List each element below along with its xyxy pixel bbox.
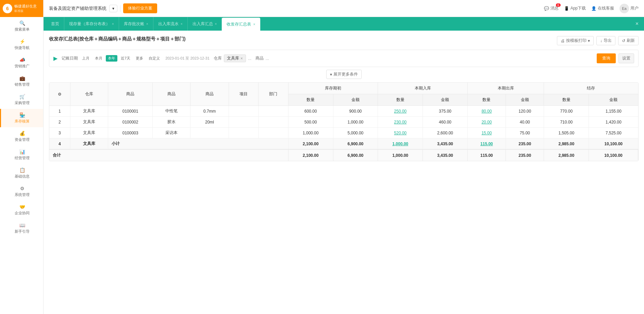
message-item[interactable]: 💬 消息 6 [544, 5, 559, 11]
cell-out-qty[interactable]: 80.00 [467, 106, 506, 117]
cell-open-amt: 1,000.00 [333, 117, 378, 128]
cell-code: 0100003 [108, 128, 153, 138]
th-bal-amt: 金额 [589, 94, 638, 106]
subtotal-in-qty[interactable]: 1,000.00 [378, 138, 423, 150]
cell-warehouse: 文具库 [70, 106, 108, 117]
th-open-amt: 金额 [333, 94, 378, 106]
tab-close-in-out-flow[interactable]: × [181, 22, 183, 26]
footer-bal-qty: 2,985.00 [544, 149, 589, 161]
sidebar-item-basic-info[interactable]: 📋基础信息 [0, 164, 43, 182]
service-icon: 👤 [591, 6, 596, 11]
date-filter-group: 记账日期 上月本月本年近7天更多自定义 2023-01-01 至 2023-12… [62, 55, 210, 62]
tab-close-batch-ledger[interactable]: × [146, 22, 148, 26]
warehouse-tag-close[interactable]: × [241, 56, 243, 61]
sidebar-item-finance[interactable]: 💰资金管理 [0, 127, 43, 146]
cell-name: 胶水 [153, 117, 191, 128]
tab-close-in-out-summary[interactable]: × [215, 22, 217, 26]
date-shortcut-上月[interactable]: 上月 [80, 55, 92, 62]
nav-label-purchase: 采购管理 [15, 100, 30, 105]
tab-in-out-flow[interactable]: 出入库流水× [153, 17, 188, 31]
cell-out-qty[interactable]: 20.00 [467, 117, 506, 128]
app-download-item[interactable]: 📱 App下载 [564, 5, 586, 11]
sidebar-item-purchase[interactable]: 🛒采购管理 [0, 90, 43, 109]
nav-icon-operations: 📊 [19, 149, 25, 154]
cell-in-qty[interactable]: 520.00 [378, 128, 423, 138]
subtotal-bal-qty: 2,985.00 [544, 138, 589, 150]
sidebar-item-system[interactable]: ⚙系统管理 [0, 182, 43, 201]
tab-close-recv-send-summary[interactable]: × [253, 22, 255, 26]
cell-open-qty: 500.00 [288, 117, 333, 128]
cell-bal-amt: 7,525.00 [589, 128, 638, 138]
divider [120, 5, 120, 12]
nav-label-guide: 新手引导 [15, 229, 30, 234]
table-footer-row: 合计 2,100.00 6,900.00 1,000.00 3,435.00 1… [49, 149, 638, 161]
tab-bar-close[interactable]: × [633, 21, 641, 27]
sidebar-item-enterprise[interactable]: 🤝企业协同 [0, 201, 43, 219]
system-title: 装备及固定资产辅助管理系统 [49, 5, 106, 12]
table-row: 1 文具库 0100001 中性笔 0.7mm 600.00 900.00 25… [49, 106, 638, 117]
online-service-item[interactable]: 👤 在线客服 [591, 5, 614, 11]
print-button[interactable]: 🖨 按模板打印 ▾ [557, 36, 594, 45]
nav-label-inventory: 库存核算 [15, 119, 30, 124]
tab-recv-send-summary[interactable]: 收发存汇总表× [222, 18, 260, 31]
subtotal-out-qty[interactable]: 115.00 [467, 138, 506, 150]
filter-actions: 查询 设置 [597, 53, 634, 63]
refresh-button[interactable]: ↺ 刷新 [618, 36, 639, 45]
tab-inventory-dist[interactable]: 现存量（库存分布表）× [64, 17, 119, 31]
sidebar-item-sales[interactable]: 💼销售管理 [0, 72, 43, 90]
warehouse-more[interactable]: ... [248, 56, 251, 61]
date-shortcut-更多[interactable]: 更多 [134, 55, 145, 62]
date-shortcut-本年[interactable]: 本年 [106, 55, 117, 62]
th-in-amt: 金额 [423, 94, 468, 106]
sidebar-item-guide[interactable]: 📖新手引导 [0, 219, 43, 237]
logo-title: 畅捷通好生意 [14, 4, 37, 9]
warehouse-tag[interactable]: 文具库 × [224, 54, 246, 62]
query-button[interactable]: 查询 [597, 53, 616, 63]
cell-in-amt: 460.00 [423, 117, 468, 128]
nav-label-sales: 销售管理 [15, 82, 30, 87]
goods-more[interactable]: ... [266, 56, 269, 61]
nav-icon-guide: 📖 [19, 222, 25, 228]
top-header: 装备及固定资产辅助管理系统 ▾ 体验行业方案 💬 消息 6 📱 App下载 👤 … [44, 0, 644, 17]
date-shortcut-本月[interactable]: 本月 [93, 55, 104, 62]
expand-conditions-button[interactable]: ▾ 展开更多条件 [326, 70, 362, 79]
tab-in-out-summary[interactable]: 出入库汇总× [188, 17, 222, 31]
table-row: 3 文具库 0100003 采访本 1,000.00 5,000.00 520.… [49, 128, 638, 138]
cell-out-qty[interactable]: 15.00 [467, 128, 506, 138]
print-dropdown-icon: ▾ [588, 38, 590, 43]
tab-label-batch-ledger: 库存批次账 [124, 21, 144, 27]
tab-bar: 首页现存量（库存分布表）×库存批次账×出入库流水×出入库汇总×收发存汇总表×× [44, 17, 644, 31]
sidebar-item-quick-nav[interactable]: ⚡快捷导航 [0, 35, 43, 54]
footer-open-amt: 6,900.00 [333, 149, 378, 161]
filter-expand-arrow[interactable]: ▶ [53, 55, 57, 62]
cell-dept [259, 106, 288, 117]
tab-close-inventory-dist[interactable]: × [112, 22, 114, 26]
page-content: 收发存汇总表(按仓库＋商品编码＋商品＋规格型号＋项目＋部门) 🖨 按模板打印 ▾… [44, 31, 644, 314]
user-area[interactable]: Ea 用户 [620, 4, 639, 13]
sidebar-item-inventory[interactable]: 🏪库存核算 [0, 109, 43, 127]
export-button[interactable]: ↓ 导出 [596, 36, 615, 45]
sidebar-item-search[interactable]: 🔍搜索菜单 [0, 17, 43, 35]
footer-in-amt: 3,435.00 [423, 149, 468, 161]
date-shortcut-近7天[interactable]: 近7天 [119, 55, 132, 62]
tab-batch-ledger[interactable]: 库存批次账× [119, 17, 153, 31]
sidebar-item-marketing[interactable]: 📣营销推广 [0, 54, 43, 72]
experience-button[interactable]: 体验行业方案 [123, 3, 157, 13]
cell-in-qty[interactable]: 250.00 [378, 106, 423, 117]
page-title: 收发存汇总表(按仓库＋商品编码＋商品＋规格型号＋项目＋部门) [49, 36, 185, 42]
th-goods-code: 商品 [108, 83, 153, 106]
user-label: 用户 [630, 5, 639, 11]
cell-dept [259, 128, 288, 138]
date-shortcut-自定义[interactable]: 自定义 [147, 55, 162, 62]
tab-home[interactable]: 首页 [46, 17, 64, 31]
tab-label-home: 首页 [51, 21, 59, 27]
subtotal-row: 4 文具库 小计 2,100.00 6,900.00 1,000.00 3,43… [49, 138, 638, 150]
th-settings[interactable]: ⚙ [49, 83, 70, 106]
goods-filter-label: 商品 [255, 55, 264, 61]
cell-in-qty[interactable]: 230.00 [378, 117, 423, 128]
expand-label: 展开更多条件 [333, 71, 358, 77]
table-row: 2 文具库 0100002 胶水 20ml 500.00 1,000.00 23… [49, 117, 638, 128]
settings-button[interactable]: 设置 [618, 53, 634, 63]
system-dropdown[interactable]: ▾ [109, 5, 117, 12]
sidebar-item-operations[interactable]: 📊经营管理 [0, 146, 43, 164]
